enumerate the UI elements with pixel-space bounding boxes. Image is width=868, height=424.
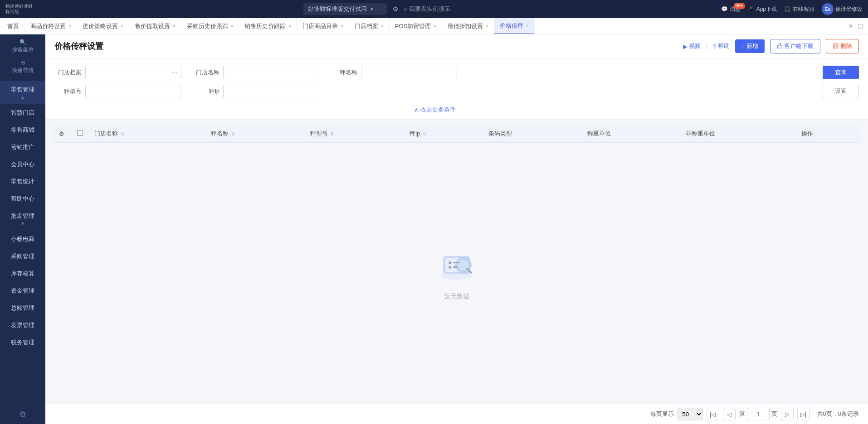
chevron-down-icon: ▼ bbox=[370, 7, 374, 12]
question-icon: ? bbox=[713, 43, 716, 50]
tab-store-file[interactable]: 门店档案 × bbox=[349, 18, 390, 34]
sidebar-item-tax[interactable]: 税务管理 bbox=[0, 334, 45, 351]
sidebar-search[interactable]: 🔍 搜索菜单 bbox=[0, 34, 45, 57]
tab-store-catalog[interactable]: 门店商品目录 × bbox=[297, 18, 349, 34]
close-icon[interactable]: × bbox=[526, 23, 529, 28]
close-icon[interactable]: × bbox=[121, 24, 123, 29]
tab-purchase-strategy[interactable]: 进价策略设置 × bbox=[77, 18, 129, 34]
filter-store-name: 门店名称 bbox=[192, 66, 319, 79]
settings-icon[interactable]: ⚙ bbox=[59, 130, 64, 137]
nav-tabs-end: × □ bbox=[847, 22, 866, 30]
sidebar-item-ledger[interactable]: 总账管理 bbox=[0, 299, 45, 317]
sidebar-item-marketing[interactable]: 营销推广 bbox=[0, 139, 45, 156]
page-title: 价格传秤设置 bbox=[54, 41, 103, 52]
set-button[interactable]: 设置 bbox=[823, 84, 859, 98]
logo: 畅捷通好业财 标准版 bbox=[5, 4, 33, 14]
sort-icon[interactable]: ⇅ bbox=[121, 131, 124, 136]
scale-ip-input[interactable] bbox=[223, 85, 319, 98]
sidebar-item-retail-mall[interactable]: 零售商城 bbox=[0, 121, 45, 139]
messages-button[interactable]: 💬 消息 99+ bbox=[721, 5, 741, 13]
sidebar-bottom-settings[interactable]: ⚙ bbox=[15, 405, 31, 424]
page-unit: 页 bbox=[771, 410, 777, 418]
add-button[interactable]: + 新增 bbox=[735, 39, 765, 53]
filter-scale-model: 秤型号 bbox=[54, 85, 181, 98]
tab-product-price[interactable]: 商品价格设置 × bbox=[25, 18, 77, 34]
sidebar-item-retail[interactable]: 零售管理 ▲ bbox=[0, 81, 45, 104]
sidebar-item-inventory[interactable]: 库存核算 bbox=[0, 265, 45, 282]
store-name-input[interactable] bbox=[223, 66, 319, 79]
sort-icon[interactable]: ⇅ bbox=[330, 131, 334, 136]
version-dropdown[interactable]: 好业财标准版交付试用 ▼ bbox=[303, 3, 387, 15]
sidebar-item-members[interactable]: 会员中心 bbox=[0, 156, 45, 173]
table-header-row: ⚙ 门店名称 ⇅ 秤名称 ⇅ bbox=[53, 125, 861, 143]
scale-name-input[interactable] bbox=[361, 66, 457, 79]
col-checkbox bbox=[71, 125, 89, 143]
tab-sale-price-extract[interactable]: 售价提取设置 × bbox=[129, 18, 181, 34]
sort-icon[interactable]: ⇅ bbox=[231, 131, 234, 136]
close-window-button[interactable]: × bbox=[847, 22, 854, 30]
tab-price-scale[interactable]: 价格传秤 × bbox=[494, 18, 535, 34]
delete-button[interactable]: 面 删除 bbox=[826, 39, 859, 53]
page-size-select[interactable]: 10 20 50 100 bbox=[678, 408, 703, 420]
maximize-button[interactable]: □ bbox=[856, 22, 864, 30]
sidebar-item-invoice[interactable]: 发票管理 bbox=[0, 317, 45, 334]
store-file-input[interactable]: ··· bbox=[85, 66, 181, 79]
last-page-button[interactable]: ▷| bbox=[797, 408, 810, 420]
sidebar-item-retail-stats[interactable]: 零售统计 bbox=[0, 173, 45, 190]
collapse-button[interactable]: ∧ 收起更多条件 bbox=[414, 106, 456, 114]
close-icon[interactable]: × bbox=[381, 24, 384, 29]
tab-min-discount[interactable]: 最低折扣设置 × bbox=[442, 18, 494, 34]
page-info: 算 页 bbox=[739, 408, 777, 420]
app-download-button[interactable]: 📱 App下载 bbox=[748, 5, 777, 13]
main-layout: 🔍 搜索菜单 ⊞ 快捷导航 零售管理 ▲ 智慧门店 零售商城 营销推广 会员中心… bbox=[0, 34, 868, 424]
online-service-button[interactable]: 🎧 在线客服 bbox=[784, 5, 814, 13]
close-icon[interactable]: × bbox=[231, 24, 234, 29]
play-icon: ▶ bbox=[683, 43, 688, 50]
scale-model-input[interactable] bbox=[85, 85, 181, 98]
sidebar-item-finance[interactable]: 资金管理 bbox=[0, 282, 45, 299]
sidebar-item-ecommerce[interactable]: 小畅电商 bbox=[0, 231, 45, 248]
user-menu[interactable]: Ea 徐泽华修改 bbox=[822, 3, 863, 15]
search-icon: 🔍 bbox=[20, 39, 26, 45]
demo-button[interactable]: ○ 我要看实例演示 bbox=[404, 5, 450, 13]
sidebar-item-purchase[interactable]: 采购管理 bbox=[0, 248, 45, 265]
sidebar-item-smart-store[interactable]: 智慧门店 bbox=[0, 104, 45, 121]
filter-scale-name: 秤名称 bbox=[330, 66, 457, 79]
settings-icon[interactable]: ⚙ bbox=[390, 3, 400, 15]
help-link[interactable]: ? 帮助 bbox=[713, 42, 729, 50]
close-icon[interactable]: × bbox=[486, 24, 488, 29]
tab-home[interactable]: 首页 bbox=[2, 18, 25, 34]
filter-scale-ip: 秤ip bbox=[192, 85, 319, 98]
tab-pos-management[interactable]: POS加密管理 × bbox=[390, 18, 442, 34]
top-bar-right: 💬 消息 99+ 📱 App下载 🎧 在线客服 Ea 徐泽华修改 bbox=[721, 3, 863, 15]
close-icon[interactable]: × bbox=[68, 24, 71, 29]
more-icon[interactable]: ··· bbox=[171, 68, 177, 77]
close-icon[interactable]: × bbox=[434, 24, 436, 29]
query-button[interactable]: 查询 bbox=[823, 66, 859, 79]
prev-page-button[interactable]: ◁ bbox=[723, 408, 736, 420]
client-download-button[interactable]: 凸 客户端下载 bbox=[770, 39, 821, 53]
sidebar-item-help[interactable]: 帮助中心 bbox=[0, 190, 45, 207]
sidebar-item-wholesale[interactable]: 批发管理 ▼ bbox=[0, 207, 45, 231]
video-link[interactable]: ▶ 视频 bbox=[683, 42, 701, 50]
sidebar-quick-nav[interactable]: ⊞ 快捷导航 bbox=[0, 57, 45, 77]
next-page-button[interactable]: ▷ bbox=[781, 408, 794, 420]
close-icon[interactable]: × bbox=[173, 24, 176, 29]
page-input[interactable] bbox=[747, 408, 770, 420]
select-all-checkbox[interactable] bbox=[77, 130, 83, 136]
sort-icon[interactable]: ⇅ bbox=[423, 131, 426, 136]
tab-sales-history[interactable]: 销售历史价跟踪 × bbox=[239, 18, 297, 34]
close-icon[interactable]: × bbox=[288, 24, 291, 29]
table-header: ⚙ 门店名称 ⇅ 秤名称 ⇅ bbox=[53, 125, 861, 143]
col-operation: 操作 bbox=[796, 125, 861, 143]
close-icon[interactable]: × bbox=[341, 24, 343, 29]
filter-section: 门店档案 ··· 门店名称 秤名称 bbox=[45, 58, 868, 120]
download-icon: 📱 bbox=[748, 6, 755, 12]
arrow-icon: ▼ bbox=[20, 221, 25, 226]
data-table: ⚙ 门店名称 ⇅ 秤名称 ⇅ bbox=[53, 125, 861, 143]
tab-purchase-history[interactable]: 采购历史价跟踪 × bbox=[181, 18, 239, 34]
first-page-button[interactable]: |◁ bbox=[707, 408, 719, 420]
total-info: 共0页，0条记录 bbox=[817, 410, 859, 418]
collapse-row: ∧ 收起更多条件 bbox=[54, 104, 815, 116]
circle-icon: ○ bbox=[404, 6, 407, 13]
